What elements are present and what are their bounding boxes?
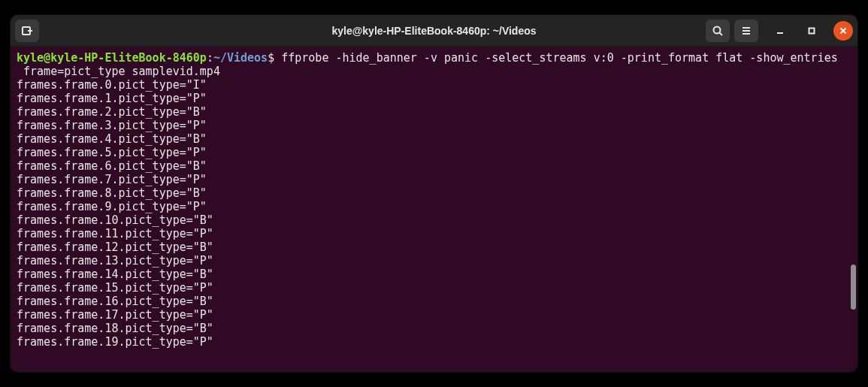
output-line: frames.frame.19.pict_type="P" bbox=[17, 335, 851, 349]
output-line: frames.frame.3.pict_type="P" bbox=[17, 119, 851, 132]
output-line: frames.frame.2.pict_type="B" bbox=[17, 105, 851, 119]
output-line: frames.frame.16.pict_type="B" bbox=[17, 295, 851, 308]
prompt-user-host: kyle@kyle-HP-EliteBook-8460p bbox=[17, 51, 207, 65]
command-text: frame=pict_type samplevid.mp4 bbox=[17, 65, 220, 78]
new-tab-button[interactable] bbox=[15, 20, 39, 42]
output-line: frames.frame.11.pict_type="P" bbox=[17, 227, 851, 240]
maximize-button[interactable] bbox=[802, 21, 821, 41]
output-line: frames.frame.7.pict_type="P" bbox=[17, 173, 851, 186]
svg-rect-9 bbox=[809, 28, 815, 33]
output-line: frames.frame.1.pict_type="P" bbox=[17, 92, 851, 105]
terminal-content-wrap: kyle@kyle-HP-EliteBook-8460p:~/Videos$ f… bbox=[11, 47, 857, 372]
prompt-path: ~/Videos bbox=[213, 51, 268, 65]
hamburger-menu-button[interactable] bbox=[734, 20, 758, 42]
scrollbar-thumb[interactable] bbox=[851, 265, 856, 310]
command-text: ffprobe -hide_banner -v panic -select_st… bbox=[281, 51, 838, 65]
output-line: frames.frame.5.pict_type="P" bbox=[17, 146, 851, 159]
output-line: frames.frame.8.pict_type="B" bbox=[17, 186, 851, 200]
search-button[interactable] bbox=[706, 20, 730, 42]
close-button[interactable] bbox=[833, 21, 853, 41]
prompt-line: kyle@kyle-HP-EliteBook-8460p:~/Videos$ f… bbox=[17, 51, 851, 65]
output-line: frames.frame.9.pict_type="P" bbox=[17, 200, 851, 213]
window-title: kyle@kyle-HP-EliteBook-8460p: ~/Videos bbox=[331, 25, 536, 37]
svg-line-4 bbox=[720, 32, 723, 35]
titlebar: kyle@kyle-HP-EliteBook-8460p: ~/Videos bbox=[11, 15, 857, 47]
output-line: frames.frame.6.pict_type="B" bbox=[17, 159, 851, 173]
output-line: frames.frame.14.pict_type="B" bbox=[17, 268, 851, 281]
prompt-separator: : bbox=[207, 51, 213, 65]
output-line: frames.frame.18.pict_type="B" bbox=[17, 322, 851, 335]
output-line: frames.frame.10.pict_type="B" bbox=[17, 213, 851, 227]
output-line: frames.frame.17.pict_type="P" bbox=[17, 308, 851, 322]
output-line: frames.frame.15.pict_type="P" bbox=[17, 281, 851, 295]
output-line: frames.frame.13.pict_type="P" bbox=[17, 254, 851, 268]
command-continuation: frame=pict_type samplevid.mp4 bbox=[17, 65, 851, 78]
svg-point-3 bbox=[714, 26, 721, 33]
output-line: frames.frame.4.pict_type="B" bbox=[17, 132, 851, 146]
prompt-symbol: $ bbox=[268, 51, 281, 65]
output-line: frames.frame.0.pict_type="I" bbox=[17, 78, 851, 92]
terminal-window: kyle@kyle-HP-EliteBook-8460p: ~/Videos k… bbox=[11, 15, 857, 372]
output-line: frames.frame.12.pict_type="B" bbox=[17, 240, 851, 254]
terminal-content[interactable]: kyle@kyle-HP-EliteBook-8460p:~/Videos$ f… bbox=[11, 47, 857, 372]
minimize-button[interactable] bbox=[770, 21, 790, 41]
